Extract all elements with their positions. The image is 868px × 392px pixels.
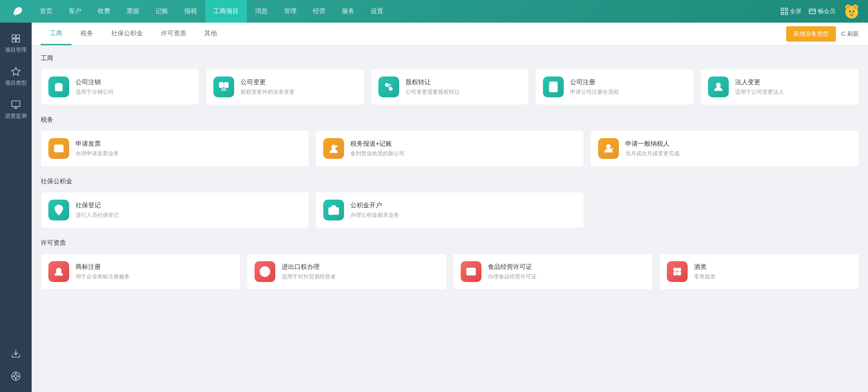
tab-bar: 工商 税务 社保公积金 许可资质 其他 新增业务类型 C 刷新 bbox=[32, 23, 868, 45]
member-button[interactable]: 畅会员 bbox=[809, 7, 835, 15]
card-company-register-title: 公司注册 bbox=[570, 78, 619, 86]
nav-fee[interactable]: 收费 bbox=[90, 0, 118, 23]
card-food-license[interactable]: 食品经营许可证 办理食品经营许可证 bbox=[453, 253, 653, 290]
card-legal-change-info: 法人变更 适用于公司变更法人 bbox=[735, 78, 784, 96]
sidebar-bottom bbox=[0, 342, 32, 392]
card-company-register[interactable]: 公司注册 申请公司注册全流程 bbox=[535, 69, 694, 105]
svg-point-13 bbox=[850, 13, 854, 15]
social-cards-grid: 社保登记 进行人员社保登记 公积金开户 办理公积金相关业务 bbox=[41, 192, 859, 228]
card-company-register-desc: 申请公司注册全流程 bbox=[570, 88, 619, 96]
card-invoice-apply[interactable]: 申请发票 办理申请发票业务 bbox=[41, 130, 309, 167]
card-social-insurance-desc: 进行人员社保登记 bbox=[75, 211, 119, 219]
svg-rect-19 bbox=[16, 39, 19, 42]
card-food-license-desc: 办理食品经营许可证 bbox=[488, 273, 537, 281]
svg-rect-16 bbox=[12, 35, 15, 38]
fullscreen-button[interactable]: 全屏 bbox=[781, 7, 802, 15]
svg-point-26 bbox=[14, 374, 17, 378]
avatar[interactable] bbox=[843, 2, 861, 20]
nav-operation[interactable]: 经营 bbox=[305, 0, 334, 23]
card-invoice-desc: 办理申请发票业务 bbox=[75, 150, 119, 158]
card-tax-report[interactable]: 税务报道+记账 拿到营业执照的新公司 bbox=[316, 130, 584, 167]
content-area: 工商 税务 社保公积金 许可资质 其他 新增业务类型 C 刷新 工商 bbox=[32, 23, 868, 392]
card-company-change-desc: 股权变更外的业务变更 bbox=[241, 88, 295, 96]
gongshang-cards-grid: 公司注销 适用于注销公司 公司变更 股权变更外的业务变更 bbox=[41, 69, 859, 105]
card-alcohol-title: 酒类 bbox=[694, 263, 716, 271]
card-company-cancel-desc: 适用于注销公司 bbox=[75, 88, 113, 96]
svg-point-58 bbox=[332, 145, 336, 149]
card-company-register-info: 公司注册 申请公司注册全流程 bbox=[570, 78, 619, 96]
card-import-export[interactable]: 进出口权办理 适用于对外贸易经营者 bbox=[247, 253, 447, 290]
equity-transfer-icon bbox=[378, 76, 399, 97]
card-alcohol[interactable]: 酒类 零售批发 bbox=[659, 253, 859, 290]
svg-marker-20 bbox=[12, 67, 20, 75]
section-qualification: 许可资质 商标注册 用于企业商标注册服务 bbox=[41, 239, 859, 290]
card-company-cancel-title: 公司注销 bbox=[75, 78, 113, 86]
svg-point-61 bbox=[607, 144, 611, 148]
nav-business[interactable]: 工商项目 bbox=[205, 0, 247, 23]
sidebar-project-type-label: 项目类型 bbox=[5, 79, 27, 87]
section-shuiwu-title: 税务 bbox=[41, 116, 859, 124]
tab-tax[interactable]: 税务 bbox=[71, 23, 102, 45]
scroll-content[interactable]: 工商 公司注销 适用于注销公司 bbox=[32, 45, 868, 392]
nav-manage[interactable]: 管理 bbox=[276, 0, 305, 23]
card-tax-report-desc: 拿到营业执照的新公司 bbox=[350, 150, 405, 158]
tab-qualification[interactable]: 许可资质 bbox=[152, 23, 195, 45]
sidebar-download[interactable] bbox=[0, 342, 32, 365]
sidebar-progress-label: 进度监测 bbox=[5, 112, 27, 120]
card-provident-fund-desc: 办理公积金相关业务 bbox=[350, 211, 399, 219]
card-trademark-title: 商标注册 bbox=[75, 263, 130, 271]
svg-rect-0 bbox=[781, 8, 783, 10]
tab-business[interactable]: 工商 bbox=[41, 23, 71, 45]
svg-point-54 bbox=[717, 83, 721, 87]
card-general-taxpayer[interactable]: 申请一般纳税人 当月或次月成变更完成 bbox=[590, 130, 859, 167]
svg-rect-1 bbox=[785, 8, 788, 10]
card-trademark[interactable]: 商标注册 用于企业商标注册服务 bbox=[41, 253, 241, 290]
card-company-change[interactable]: 公司变更 股权变更外的业务变更 bbox=[206, 69, 364, 105]
provident-fund-icon bbox=[323, 200, 344, 220]
card-equity-transfer-info: 股权转让 公司变更需要股权转让 bbox=[406, 78, 460, 96]
trademark-icon bbox=[48, 261, 69, 282]
card-company-change-title: 公司变更 bbox=[241, 78, 295, 86]
refresh-button[interactable]: C 刷新 bbox=[841, 30, 859, 38]
nav-message[interactable]: 消息 bbox=[247, 0, 276, 23]
nav-home[interactable]: 首页 bbox=[32, 0, 61, 23]
nav-bill[interactable]: 票据 bbox=[118, 0, 147, 23]
social-insurance-icon bbox=[48, 200, 69, 220]
card-food-license-title: 食品经营许可证 bbox=[488, 263, 537, 271]
card-provident-fund[interactable]: 公积金开户 办理公积金相关业务 bbox=[316, 192, 584, 228]
sidebar-location[interactable] bbox=[0, 365, 32, 387]
svg-rect-4 bbox=[809, 9, 816, 14]
svg-rect-38 bbox=[219, 82, 223, 87]
card-trademark-desc: 用于企业商标注册服务 bbox=[75, 273, 130, 281]
sidebar-item-project-type[interactable]: 项目类型 bbox=[0, 60, 32, 93]
card-company-cancel[interactable]: 公司注销 适用于注销公司 bbox=[41, 69, 199, 105]
nav-accounting[interactable]: 记账 bbox=[147, 0, 176, 23]
svg-rect-69 bbox=[467, 268, 476, 275]
card-alcohol-info: 酒类 零售批发 bbox=[694, 263, 716, 281]
nav-service[interactable]: 服务 bbox=[334, 0, 363, 23]
tab-social-insurance[interactable]: 社保公积金 bbox=[102, 23, 152, 45]
card-equity-transfer-title: 股权转让 bbox=[406, 78, 460, 86]
svg-rect-55 bbox=[54, 145, 63, 152]
card-social-insurance[interactable]: 社保登记 进行人员社保登记 bbox=[41, 192, 309, 228]
general-taxpayer-icon bbox=[598, 138, 619, 159]
svg-rect-73 bbox=[678, 268, 681, 271]
nav-client[interactable]: 客户 bbox=[61, 0, 90, 23]
sidebar-item-project-manage[interactable]: 项目管理 bbox=[0, 27, 32, 60]
card-general-taxpayer-desc: 当月或次月成变更完成 bbox=[625, 150, 679, 158]
nav-settings[interactable]: 设置 bbox=[363, 0, 392, 23]
card-import-export-desc: 适用于对外贸易经营者 bbox=[282, 273, 336, 281]
card-equity-transfer[interactable]: 股权转让 公司变更需要股权转让 bbox=[371, 69, 529, 105]
fullscreen-label: 全屏 bbox=[790, 7, 802, 15]
sidebar-item-progress[interactable]: 进度监测 bbox=[0, 93, 32, 126]
sidebar-project-manage-label: 项目管理 bbox=[5, 46, 27, 54]
card-legal-change[interactable]: 法人变更 适用于公司变更法人 bbox=[700, 69, 859, 105]
add-type-button[interactable]: 新增业务类型 bbox=[786, 26, 836, 42]
nav-tax[interactable]: 报税 bbox=[176, 0, 205, 23]
card-equity-transfer-desc: 公司变更需要股权转让 bbox=[406, 88, 460, 96]
qualification-cards-grid: 商标注册 用于企业商标注册服务 进出口权办理 适用于对外贸易经营者 bbox=[41, 253, 859, 290]
tab-other[interactable]: 其他 bbox=[195, 23, 226, 45]
card-tax-report-info: 税务报道+记账 拿到营业执照的新公司 bbox=[350, 140, 405, 158]
card-invoice-info: 申请发票 办理申请发票业务 bbox=[75, 140, 119, 158]
company-change-icon bbox=[213, 76, 234, 97]
